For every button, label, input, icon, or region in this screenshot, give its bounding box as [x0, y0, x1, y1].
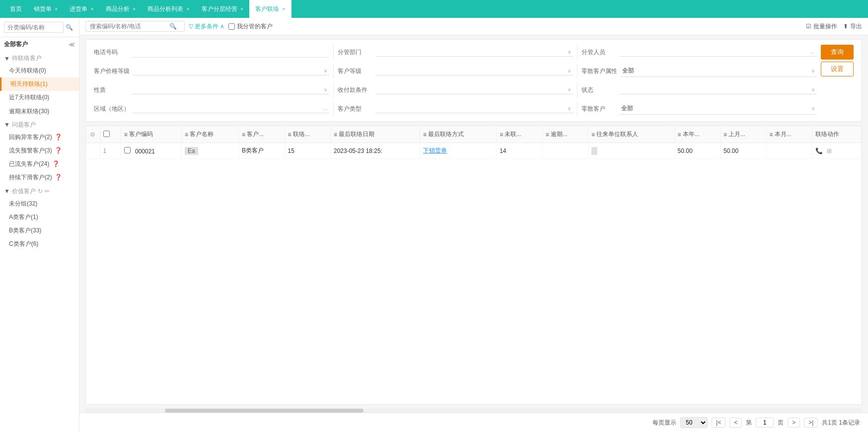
th-contact[interactable]: ≡联络...: [285, 126, 330, 143]
row-checkbox[interactable]: [124, 147, 131, 153]
last-page-btn[interactable]: >|: [804, 418, 818, 428]
td-unit-contact: [588, 143, 675, 159]
select-all-checkbox[interactable]: [103, 131, 110, 137]
filter-panel: 电话号码 分管部门 ∨ 分管人员: [85, 39, 862, 122]
td-no-contact: 14: [497, 143, 542, 159]
status-select[interactable]: ∨: [619, 85, 817, 94]
th-no-contact[interactable]: ≡未联...: [497, 126, 542, 143]
th-last-month[interactable]: ≡上月...: [721, 126, 766, 143]
close-sales-icon[interactable]: ×: [55, 6, 58, 12]
person-select[interactable]: ...: [619, 48, 817, 57]
my-customers-checkbox-label[interactable]: 我分管的客户: [228, 22, 273, 31]
customer-type-chevron-icon: ∨: [568, 106, 571, 111]
sidebar-item-repurchase-abnormal[interactable]: 回购异常客户(2) ❓: [0, 131, 79, 144]
toolbar-search-icon[interactable]: 🔍: [169, 23, 177, 30]
td-last-month: 50.00: [721, 143, 766, 159]
checkbox-icon: ☑: [806, 23, 811, 30]
filter-price-level: 客户价格等级 ∨: [94, 67, 329, 75]
search-input[interactable]: [90, 23, 169, 30]
th-code[interactable]: ≡客户编码: [121, 126, 181, 143]
sidebar-item-declining[interactable]: 持续下滑客户(2) ❓: [0, 171, 79, 184]
customer-level-select[interactable]: ∨: [375, 67, 573, 75]
nav-analysis[interactable]: 商品分析 ×: [100, 0, 142, 18]
scrollbar-thumb[interactable]: [165, 409, 363, 413]
retail-attr-chevron-icon: ∨: [811, 68, 815, 73]
per-page-select[interactable]: 50 100 200: [680, 417, 708, 428]
dept-select[interactable]: ∨: [375, 48, 573, 57]
prev-page-btn[interactable]: <: [729, 418, 742, 428]
filter-phone: 电话号码: [94, 47, 329, 58]
sidebar-item-7days[interactable]: 近7天待联络(0): [0, 91, 79, 104]
sidebar: 🔍 全部客户 ≪ ▼ 待联络客户 今天待联络(0) 明天待联络(1) 近7天待联…: [0, 18, 79, 432]
value-refresh-icon[interactable]: ↻: [38, 188, 43, 195]
th-unit-contact[interactable]: ≡往来单位联系人: [588, 126, 675, 143]
close-customer-segment-icon[interactable]: ×: [240, 6, 243, 12]
nav-analysis-list[interactable]: 商品分析列表 ×: [142, 0, 195, 18]
column-settings-icon[interactable]: ⚙: [90, 131, 95, 138]
setting-button[interactable]: 设置: [821, 62, 854, 76]
nav-customer-segment[interactable]: 客户分层经营 ×: [196, 0, 249, 18]
first-page-btn[interactable]: |<: [712, 418, 725, 428]
batch-operation-btn[interactable]: ☑ 批量操作: [806, 22, 837, 31]
sidebar-search-area: 🔍: [0, 18, 79, 37]
retail-attr-select[interactable]: 全部 ∨: [620, 65, 817, 77]
nav-home[interactable]: 首页: [4, 0, 28, 18]
sidebar-item-b-class[interactable]: B类客户(33): [0, 224, 79, 237]
region-select[interactable]: ...: [133, 104, 329, 113]
value-edit-icon[interactable]: ✏: [45, 188, 50, 195]
close-purchase-icon[interactable]: ×: [90, 6, 93, 12]
td-this-month: [766, 143, 812, 159]
th-last-contact-date[interactable]: ≡最后联络日期: [330, 126, 420, 143]
sidebar-item-c-class[interactable]: C类客户(6): [0, 237, 79, 251]
last-contact-method-link[interactable]: 下销货单: [423, 147, 447, 154]
sidebar-search-input[interactable]: [4, 22, 64, 33]
sidebar-collapse-icon[interactable]: ≪: [69, 41, 75, 48]
nav-sales[interactable]: 销货单 ×: [28, 0, 64, 18]
th-this-year[interactable]: ≡本年...: [674, 126, 720, 143]
payment-select[interactable]: ∨: [375, 85, 573, 94]
th-checkbox: [100, 126, 121, 143]
nature-select[interactable]: ∨: [132, 85, 329, 94]
nav-purchase[interactable]: 进货单 ×: [64, 0, 99, 18]
horizontal-scrollbar[interactable]: [85, 409, 862, 413]
toolbar-search-box[interactable]: 🔍: [85, 21, 185, 32]
sidebar-item-ungrouped[interactable]: 未分组(32): [0, 197, 79, 211]
sidebar-item-churned[interactable]: 已流失客户(24) ❓: [0, 157, 79, 171]
th-last-contact-method[interactable]: ≡最后联络方式: [420, 126, 497, 143]
sidebar-item-tomorrow[interactable]: 明天待联络(1): [0, 77, 79, 91]
sidebar-item-a-class[interactable]: A类客户(1): [0, 211, 79, 224]
filter-more-btn[interactable]: ▽ 更多条件 ∧: [189, 22, 224, 31]
filter-retail: 零散客户 全部 ∨: [581, 103, 817, 115]
nature-chevron-icon: ∨: [324, 87, 327, 92]
phone-input[interactable]: [132, 47, 329, 58]
sidebar-search-icon[interactable]: 🔍: [66, 24, 73, 31]
phone-action-icon[interactable]: 📞: [815, 147, 823, 154]
th-name[interactable]: ≡客户名称: [181, 126, 238, 143]
retail-select[interactable]: 全部 ∨: [619, 103, 817, 115]
nav-customer-contact[interactable]: 客户联络 ×: [249, 0, 291, 18]
page-number-input[interactable]: [756, 418, 774, 428]
toolbar-right: ☑ 批量操作 ⬆ 导出: [806, 22, 862, 31]
sidebar-item-overdue[interactable]: 逾期未联络(30): [0, 105, 79, 118]
next-page-btn[interactable]: >: [788, 418, 800, 428]
close-analysis-icon[interactable]: ×: [133, 6, 136, 12]
qr-action-icon[interactable]: ⊞: [827, 147, 832, 154]
td-last-contact-date: 2023-05-23 18:25:: [330, 143, 420, 159]
query-button[interactable]: 查询: [821, 45, 854, 60]
chevron-up-icon: ∧: [220, 23, 224, 30]
sidebar-item-churn-warning[interactable]: 流失预警客户(3) ❓: [0, 144, 79, 157]
filter-row-2: 客户价格等级 ∨ 客户等级 ∨: [94, 64, 817, 78]
export-btn[interactable]: ⬆ 导出: [843, 22, 862, 31]
filter-buttons: 查询 设置: [821, 45, 854, 116]
my-customers-checkbox[interactable]: [228, 23, 235, 30]
close-analysis-list-icon[interactable]: ×: [186, 6, 189, 12]
th-this-month[interactable]: ≡本月...: [766, 126, 812, 143]
th-overdue[interactable]: ≡逾期...: [542, 126, 588, 143]
main-layout: 🔍 全部客户 ≪ ▼ 待联络客户 今天待联络(0) 明天待联络(1) 近7天待联…: [0, 18, 868, 432]
sidebar-item-today[interactable]: 今天待联络(0): [0, 64, 79, 77]
th-type[interactable]: ≡客户...: [239, 126, 285, 143]
close-customer-contact-icon[interactable]: ×: [282, 6, 285, 12]
table-header-row: ⚙ ≡客户编码 ≡客户名称 ≡客户...: [86, 126, 862, 143]
customer-type-select[interactable]: ∨: [375, 104, 573, 113]
price-level-select[interactable]: ∨: [133, 67, 329, 75]
